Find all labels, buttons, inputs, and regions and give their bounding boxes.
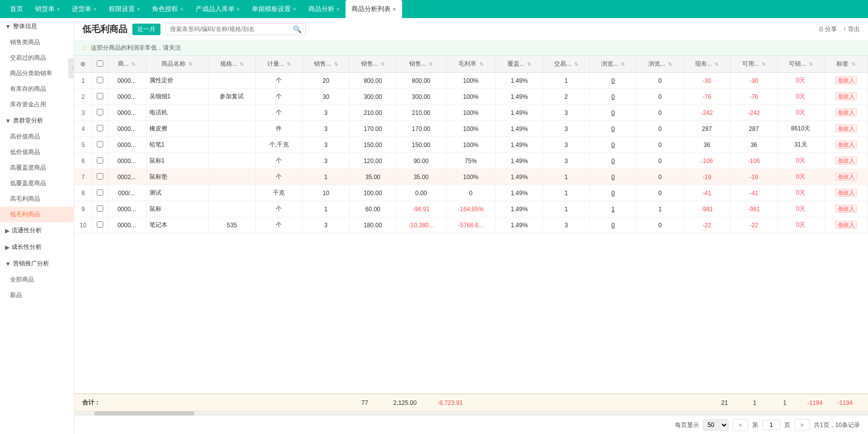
col-current-stock[interactable]: 现有... ⇅: [683, 56, 731, 73]
sidebar-item-traded-products[interactable]: 交易过的商品: [0, 50, 74, 66]
prev-page-button[interactable]: ＜: [733, 419, 748, 431]
row-checkbox-cell[interactable]: [92, 201, 107, 217]
row-checkbox-cell[interactable]: [92, 137, 107, 153]
nav-purchase-order[interactable]: 进货单 ×: [66, 0, 102, 18]
export-button[interactable]: ↑ 导出: [843, 25, 860, 34]
nav-product-analysis-list[interactable]: 商品分析列表 ×: [345, 0, 402, 18]
col-code[interactable]: 商... ⇅: [107, 56, 146, 73]
row-checkbox-cell[interactable]: [92, 105, 107, 121]
row-checkbox-cell[interactable]: [92, 73, 107, 89]
row-checkbox[interactable]: [97, 77, 103, 83]
sidebar-item-new-products[interactable]: 新品: [0, 287, 74, 303]
sidebar-group-cluster[interactable]: ▼ 类群堂分析: [0, 112, 74, 129]
sidebar-group-liquidity[interactable]: ▶ 流通性分析: [0, 222, 74, 239]
row-name[interactable]: 属性定价: [146, 73, 208, 89]
sidebar-item-all-products[interactable]: 全部商品: [0, 272, 74, 287]
sidebar-item-sales-products[interactable]: 销售类商品: [0, 35, 74, 50]
row-name[interactable]: 橡皮擦: [146, 121, 208, 137]
nav-close-purchase-order[interactable]: ×: [93, 6, 96, 12]
row-checkbox[interactable]: [97, 141, 103, 148]
row-browse1[interactable]: 0: [590, 105, 637, 121]
nav-home[interactable]: 首页: [4, 0, 29, 18]
col-coverage[interactable]: 覆盖... ⇅: [496, 56, 543, 73]
nav-close-role-auth[interactable]: ×: [180, 6, 183, 12]
sidebar-item-high-coverage[interactable]: 高覆盖度商品: [0, 160, 74, 176]
col-sales-qty[interactable]: 销售... ⇅: [302, 56, 350, 73]
page-number-input[interactable]: [762, 420, 780, 430]
sidebar-item-high-margin[interactable]: 高毛利商品: [0, 191, 74, 207]
row-checkbox[interactable]: [97, 221, 103, 228]
sidebar-item-stock-capital[interactable]: 库存资金占用: [0, 97, 74, 112]
row-browse1[interactable]: 0: [590, 137, 637, 153]
row-checkbox-cell[interactable]: [92, 185, 107, 201]
row-name[interactable]: 铅笔1: [146, 137, 208, 153]
row-checkbox-cell[interactable]: [92, 121, 107, 137]
row-name[interactable]: 吴细细1: [146, 89, 208, 105]
row-browse1[interactable]: 0: [590, 185, 637, 201]
row-checkbox[interactable]: [97, 205, 103, 212]
row-checkbox[interactable]: [97, 93, 103, 99]
col-browse2[interactable]: 浏览... ⇅: [636, 56, 683, 73]
sidebar-collapse-button[interactable]: 《: [68, 58, 74, 78]
sidebar-group-growth[interactable]: ▶ 成长性分析: [0, 239, 74, 255]
next-page-button[interactable]: ＞: [794, 419, 810, 431]
sidebar-group-overall[interactable]: ▼ 整体信息: [0, 18, 74, 35]
row-name[interactable]: 鼠标1: [146, 153, 208, 169]
row-checkbox[interactable]: [97, 109, 103, 115]
row-checkbox[interactable]: [97, 157, 103, 164]
row-checkbox-cell[interactable]: [92, 153, 107, 169]
nav-close-product-inbound[interactable]: ×: [237, 6, 240, 12]
sidebar-item-low-value[interactable]: 低价值商品: [0, 144, 74, 160]
search-input[interactable]: [170, 26, 293, 33]
nav-close-permissions[interactable]: ×: [137, 6, 140, 12]
row-checkbox[interactable]: [97, 173, 103, 180]
nav-product-analysis[interactable]: 商品分析 ×: [302, 0, 345, 18]
nav-role-auth[interactable]: 角色授权 ×: [146, 0, 189, 18]
col-unit[interactable]: 计量... ⇅: [256, 56, 303, 73]
row-checkbox-cell[interactable]: [92, 89, 107, 105]
col-available-stock[interactable]: 可用... ⇅: [731, 56, 778, 73]
col-checkbox[interactable]: [92, 56, 107, 73]
row-checkbox[interactable]: [97, 189, 103, 196]
nav-close-product-analysis-list[interactable]: ×: [393, 6, 396, 12]
row-name[interactable]: 电话机: [146, 105, 208, 121]
row-browse1[interactable]: 0: [590, 73, 637, 89]
row-browse1[interactable]: 1: [590, 201, 637, 217]
col-name[interactable]: 商品名称 ⇅: [146, 56, 208, 73]
sidebar-item-category-rate[interactable]: 商品分类助销率: [0, 66, 74, 81]
sidebar-item-low-coverage[interactable]: 低覆盖度商品: [0, 176, 74, 191]
nav-permissions[interactable]: 权限设置 ×: [103, 0, 146, 18]
nav-sales-order[interactable]: 销货单 ×: [29, 0, 66, 18]
row-name[interactable]: 鼠标: [146, 201, 208, 217]
nav-product-inbound[interactable]: 产成品入库单 ×: [190, 0, 246, 18]
col-transaction[interactable]: 交易... ⇅: [543, 56, 590, 73]
nav-close-sales-order[interactable]: ×: [57, 6, 60, 12]
sidebar-item-in-stock[interactable]: 有库存的商品: [0, 81, 74, 97]
row-browse1[interactable]: 0: [590, 153, 637, 169]
row-checkbox[interactable]: [97, 125, 103, 131]
nav-close-product-analysis[interactable]: ×: [336, 6, 339, 12]
row-browse1[interactable]: 0: [590, 169, 637, 185]
page-size-select[interactable]: 50 100 200: [703, 419, 729, 430]
row-name[interactable]: 鼠标垫: [146, 169, 208, 185]
row-name[interactable]: 测试: [146, 185, 208, 201]
nav-close-template-settings[interactable]: ×: [293, 6, 296, 12]
col-sellable-days[interactable]: 可销... ⇅: [777, 56, 824, 73]
select-all-checkbox[interactable]: [97, 60, 103, 67]
row-browse1[interactable]: 0: [590, 121, 637, 137]
col-browse1[interactable]: 浏览... ⇅: [590, 56, 637, 73]
row-name[interactable]: 笔记本: [146, 217, 208, 233]
scrollbar-thumb[interactable]: [94, 411, 195, 415]
row-checkbox-cell[interactable]: [92, 217, 107, 233]
sidebar-group-marketing[interactable]: ▼ 营销推广分析: [0, 255, 74, 272]
row-browse1[interactable]: 0: [590, 89, 637, 105]
col-tag[interactable]: 标签 ⇅: [824, 56, 868, 73]
col-gross-margin[interactable]: 毛利率 ⇅: [446, 56, 496, 73]
search-icon[interactable]: 🔍: [293, 25, 301, 33]
col-spec[interactable]: 规格... ⇅: [208, 56, 256, 73]
sidebar-item-high-value[interactable]: 高价值商品: [0, 129, 74, 144]
col-sales-amount[interactable]: 销售... ⇅: [350, 56, 397, 73]
col-sales-profit[interactable]: 销售... ⇅: [396, 56, 446, 73]
horizontal-scrollbar[interactable]: [74, 411, 868, 415]
share-button[interactable]: ⎙ 分享: [819, 25, 837, 34]
